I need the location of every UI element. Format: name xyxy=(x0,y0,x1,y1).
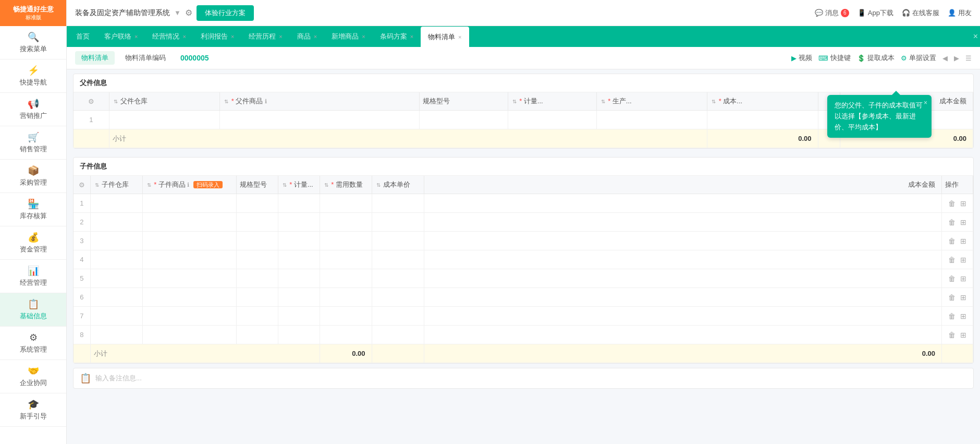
parent-cost-1[interactable] xyxy=(707,111,818,129)
child-warehouse-5[interactable] xyxy=(90,269,142,288)
settings-gear-icon[interactable]: ⚙ xyxy=(185,8,192,18)
tab-barcode-close[interactable]: × xyxy=(410,33,413,40)
delete-icon-8[interactable]: 🗑 xyxy=(948,331,956,339)
parent-unit-1[interactable] xyxy=(508,111,596,129)
child-warehouse-4[interactable] xyxy=(90,250,142,269)
copy-icon-1[interactable]: ⊞ xyxy=(960,199,966,208)
child-product-4[interactable] xyxy=(142,250,236,269)
child-spec-1[interactable] xyxy=(236,194,278,213)
video-item[interactable]: ▶ 视频 xyxy=(791,53,812,63)
child-spec-2[interactable] xyxy=(236,213,278,232)
sidebar-item-purchase[interactable]: 📦 采购管理 xyxy=(0,160,66,193)
copy-icon-7[interactable]: ⊞ xyxy=(960,312,966,320)
tab-customer-close[interactable]: × xyxy=(134,33,138,40)
delete-icon-6[interactable]: 🗑 xyxy=(948,293,956,302)
child-spec-4[interactable] xyxy=(236,250,278,269)
child-warehouse-7[interactable] xyxy=(90,307,142,326)
tab-profit[interactable]: 利润报告 × xyxy=(193,26,241,47)
shortcut-item[interactable]: ⌨ 快捷键 xyxy=(818,53,851,63)
child-qty-3[interactable] xyxy=(320,232,372,250)
child-warehouse-6[interactable] xyxy=(90,288,142,307)
child-product-8[interactable] xyxy=(142,326,236,344)
copy-icon-8[interactable]: ⊞ xyxy=(960,331,966,339)
copy-icon-4[interactable]: ⊞ xyxy=(960,256,966,264)
scan-badge[interactable]: 扫码录入 xyxy=(193,181,223,188)
copy-icon-3[interactable]: ⊞ xyxy=(960,237,966,245)
child-unit-3[interactable] xyxy=(278,232,320,250)
child-qty-2[interactable] xyxy=(320,213,372,232)
child-qty-7[interactable] xyxy=(320,307,372,326)
dropdown-arrow[interactable]: ▼ xyxy=(174,9,181,17)
child-product-6[interactable] xyxy=(142,288,236,307)
child-unit-5[interactable] xyxy=(278,269,320,288)
child-unit-1[interactable] xyxy=(278,194,320,213)
delete-icon-2[interactable]: 🗑 xyxy=(948,218,956,226)
copy-icon-6[interactable]: ⊞ xyxy=(960,293,966,302)
child-product-5[interactable] xyxy=(142,269,236,288)
child-unit-6[interactable] xyxy=(278,288,320,307)
delete-icon-7[interactable]: 🗑 xyxy=(948,312,956,320)
child-price-4[interactable] xyxy=(372,250,424,269)
cost-item[interactable]: 💲 提取成本 xyxy=(857,53,895,63)
child-qty-4[interactable] xyxy=(320,250,372,269)
tab-operation[interactable]: 经营情况 × xyxy=(145,26,193,47)
delete-icon-3[interactable]: 🗑 xyxy=(948,237,956,245)
child-unit-7[interactable] xyxy=(278,307,320,326)
child-price-2[interactable] xyxy=(372,213,424,232)
child-price-7[interactable] xyxy=(372,307,424,326)
message-item[interactable]: 💬 消息 6 xyxy=(815,8,849,18)
child-warehouse-8[interactable] xyxy=(90,326,142,344)
delete-icon-1[interactable]: 🗑 xyxy=(948,199,956,208)
parent-spec-1[interactable] xyxy=(419,111,508,129)
note-placeholder[interactable]: 输入备注信息... xyxy=(95,374,142,383)
child-spec-3[interactable] xyxy=(236,232,278,250)
tab-goods[interactable]: 商品 × xyxy=(290,26,324,47)
tab-new-goods[interactable]: 新增商品 × xyxy=(324,26,372,47)
delete-icon-4[interactable]: 🗑 xyxy=(948,256,956,264)
tab-new-goods-close[interactable]: × xyxy=(362,33,365,40)
tab-home[interactable]: 首页 xyxy=(69,26,97,47)
sidebar-item-marketing[interactable]: 📢 营销推广 xyxy=(0,93,66,126)
child-product-2[interactable] xyxy=(142,213,236,232)
copy-icon-2[interactable]: ⊞ xyxy=(960,218,966,226)
tab-close-all[interactable]: × xyxy=(973,32,978,41)
parent-prod-1[interactable] xyxy=(596,111,707,129)
child-spec-7[interactable] xyxy=(236,307,278,326)
tab-bom[interactable]: 物料清单 × xyxy=(421,27,469,47)
tab-bom-close[interactable]: × xyxy=(458,34,461,40)
child-qty-8[interactable] xyxy=(320,326,372,344)
child-spec-5[interactable] xyxy=(236,269,278,288)
tooltip-close-button[interactable]: × xyxy=(924,98,927,108)
tab-history-close[interactable]: × xyxy=(279,33,282,40)
child-price-5[interactable] xyxy=(372,269,424,288)
online-service-item[interactable]: 🎧 在线客服 xyxy=(902,8,939,18)
child-warehouse-1[interactable] xyxy=(90,194,142,213)
user-item[interactable]: 👤 用友 xyxy=(948,8,972,18)
nav-prev[interactable]: ◀ xyxy=(942,54,948,62)
delete-icon-5[interactable]: 🗑 xyxy=(948,274,956,283)
sidebar-item-search[interactable]: 🔍 搜索菜单 xyxy=(0,26,66,59)
child-unit-8[interactable] xyxy=(278,326,320,344)
experience-button[interactable]: 体验行业方案 xyxy=(197,5,254,21)
child-warehouse-2[interactable] xyxy=(90,213,142,232)
sidebar-item-basic[interactable]: 📋 基础信息 xyxy=(0,293,66,327)
tab-history[interactable]: 经营历程 × xyxy=(241,26,289,47)
child-unit-4[interactable] xyxy=(278,250,320,269)
child-price-8[interactable] xyxy=(372,326,424,344)
sidebar-item-collab[interactable]: 🤝 企业协同 xyxy=(0,360,66,393)
child-price-1[interactable] xyxy=(372,194,424,213)
tab-customer[interactable]: 客户联络 × xyxy=(97,26,145,47)
child-product-7[interactable] xyxy=(142,307,236,326)
child-spec-8[interactable] xyxy=(236,326,278,344)
sidebar-item-system[interactable]: ⚙ 系统管理 xyxy=(0,327,66,360)
tab-operation-close[interactable]: × xyxy=(182,33,186,40)
child-qty-5[interactable] xyxy=(320,269,372,288)
parent-product-1[interactable] xyxy=(220,111,420,129)
child-product-3[interactable] xyxy=(142,232,236,250)
nav-next[interactable]: ▶ xyxy=(954,54,959,62)
sidebar-item-operation[interactable]: 📊 经营管理 xyxy=(0,260,66,293)
tab-profit-close[interactable]: × xyxy=(231,33,234,40)
child-price-3[interactable] xyxy=(372,232,424,250)
child-spec-6[interactable] xyxy=(236,288,278,307)
copy-icon-5[interactable]: ⊞ xyxy=(960,274,966,283)
